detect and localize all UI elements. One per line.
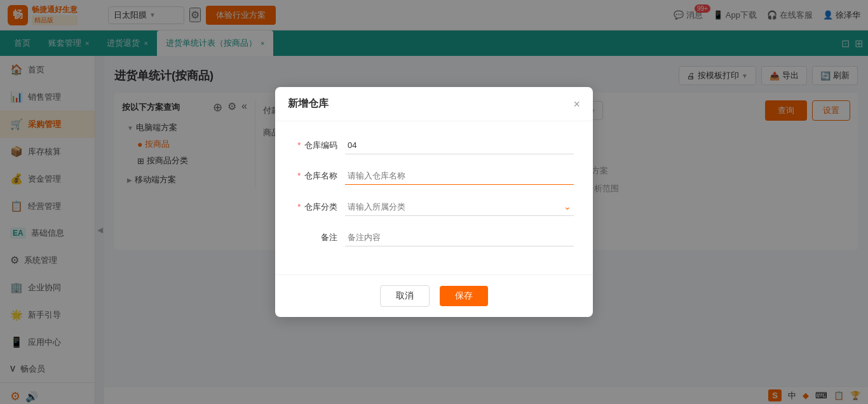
form-row-name: * 仓库名称 xyxy=(294,167,574,185)
dialog-header: 新增仓库 × xyxy=(275,87,593,121)
code-input[interactable] xyxy=(345,137,574,154)
category-input[interactable] xyxy=(348,202,564,212)
dialog-footer: 取消 保存 xyxy=(275,274,593,317)
name-label: * 仓库名称 xyxy=(294,170,345,182)
note-label: 备注 xyxy=(294,232,345,243)
required-star-2: * xyxy=(297,171,301,180)
note-input[interactable] xyxy=(345,229,574,246)
dialog-title: 新增仓库 xyxy=(288,97,329,111)
new-warehouse-dialog: 新增仓库 × * 仓库编码 * 仓库名称 xyxy=(275,87,593,317)
code-label: * 仓库编码 xyxy=(294,140,345,151)
form-row-code: * 仓库编码 xyxy=(294,137,574,154)
cancel-btn[interactable]: 取消 xyxy=(380,285,430,307)
category-label: * 仓库分类 xyxy=(294,201,345,213)
dialog-body: * 仓库编码 * 仓库名称 * 仓库分类 xyxy=(275,121,593,274)
required-star-1: * xyxy=(297,140,301,150)
required-star-3: * xyxy=(297,202,301,212)
form-row-category: * 仓库分类 ⌄ xyxy=(294,198,574,216)
name-input[interactable] xyxy=(345,167,574,185)
category-select[interactable]: ⌄ xyxy=(345,198,574,216)
category-arrow-icon: ⌄ xyxy=(564,201,571,212)
save-btn[interactable]: 保存 xyxy=(440,286,488,306)
form-row-note: 备注 xyxy=(294,229,574,246)
dialog-close-btn[interactable]: × xyxy=(573,98,580,110)
dialog-overlay: 新增仓库 × * 仓库编码 * 仓库名称 xyxy=(0,0,868,404)
